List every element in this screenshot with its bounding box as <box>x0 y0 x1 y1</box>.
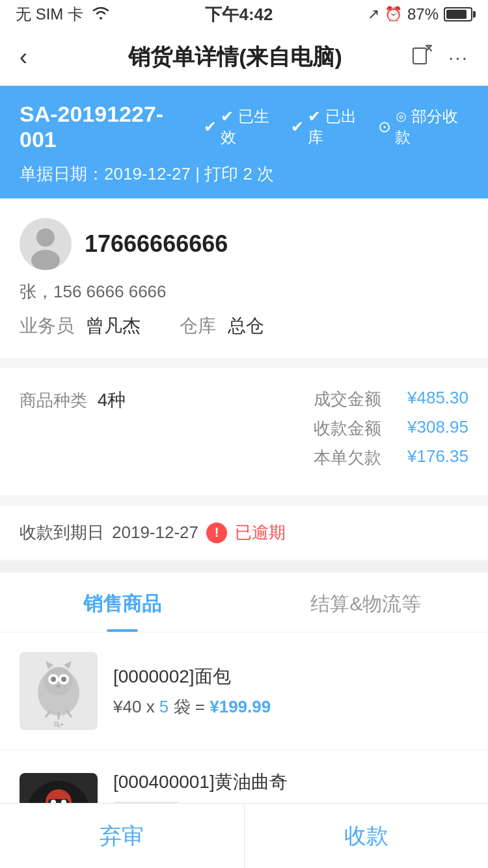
due-date-value: 2019-12-27 <box>112 522 198 543</box>
bottom-action-bar: 弃审 收款 <box>0 803 488 868</box>
customer-id: 17666666666 <box>85 230 228 258</box>
order-badges: ✔ ✔ 已生效 ✔ ✔ 已出库 ⊙ ⊙ 部分收款 <box>204 106 468 148</box>
nav-bar: ‹ 销货单详情(来自电脑) ··· <box>0 29 488 86</box>
section-divider <box>0 562 488 573</box>
more-icon[interactable]: ··· <box>448 46 468 68</box>
product-name-1: [0000002]面包 <box>113 664 468 689</box>
product-types-value: 4种 <box>98 390 126 410</box>
tab-settlement[interactable]: 结算&物流等 <box>244 573 488 632</box>
clock-icon: ⊙ <box>378 118 391 136</box>
arrears-label: 本单欠款 <box>314 446 381 469</box>
badge-shipped: ✔ ✔ 已出库 <box>291 106 368 148</box>
svg-rect-0 <box>413 48 426 64</box>
status-bar: 无 SIM 卡 下午4:42 ↗ ⏰ 87% <box>0 0 488 29</box>
nav-actions: ··· <box>412 44 468 70</box>
carrier-text: 无 SIM 卡 <box>16 4 83 25</box>
warehouse-label: 仓库 <box>180 316 216 336</box>
tab-bar: 销售商品 结算&物流等 <box>0 573 488 632</box>
check-icon-2: ✔ <box>291 118 304 136</box>
back-button[interactable]: ‹ <box>20 44 59 71</box>
product-total-1: ¥199.99 <box>210 697 271 716</box>
transaction-row: 成交金额 ¥485.30 <box>314 388 468 411</box>
receipt-row: 收款金额 ¥308.95 <box>314 417 468 440</box>
staff-value: 曾凡杰 <box>86 316 141 336</box>
location-icon: ↗ <box>368 6 379 23</box>
status-time: 下午4:42 <box>205 3 273 26</box>
overdue-badge-icon: ! <box>206 522 227 543</box>
svg-point-3 <box>31 250 60 270</box>
battery-icon <box>444 7 472 21</box>
order-header-banner: SA-20191227-001 ✔ ✔ 已生效 ✔ ✔ 已出库 ⊙ ⊙ 部分收款… <box>0 86 488 198</box>
status-right: ↗ ⏰ 87% <box>368 5 472 23</box>
product-thumbnail-1: 鸟+ <box>20 652 98 730</box>
due-date-label: 收款到期日 <box>20 521 104 544</box>
svg-point-2 <box>36 228 55 247</box>
transaction-label: 成交金额 <box>314 388 381 411</box>
amount-section: 商品种类 4种 成交金额 ¥485.30 收款金额 ¥308.95 本单欠款 ¥… <box>0 368 488 495</box>
avatar <box>20 218 72 270</box>
product-types-label: 商品种类 <box>20 390 87 410</box>
wifi-icon <box>91 5 111 23</box>
product-info-1: [0000002]面包 ¥40 x 5 袋 = ¥199.99 <box>113 664 468 718</box>
page-title: 销货单详情(来自电脑) <box>128 42 342 72</box>
check-icon-1: ✔ <box>204 118 217 136</box>
tab-products[interactable]: 销售商品 <box>0 573 244 632</box>
receipt-value: ¥308.95 <box>407 417 468 440</box>
svg-point-9 <box>51 677 56 682</box>
collect-payment-button[interactable]: 收款 <box>245 804 489 868</box>
staff-info: 业务员 曾凡杰 仓库 总仓 <box>20 314 468 338</box>
customer-section: 17666666666 张，156 6666 6666 业务员 曾凡杰 仓库 总… <box>0 198 488 358</box>
due-date-section: 收款到期日 2019-12-27 ! 已逾期 <box>0 506 488 560</box>
staff-label: 业务员 <box>20 316 74 336</box>
arrears-value: ¥176.35 <box>407 446 468 469</box>
alarm-icon: ⏰ <box>385 6 402 23</box>
product-qty-1: 5 <box>159 697 169 716</box>
arrears-row: 本单欠款 ¥176.35 <box>314 446 468 469</box>
cancel-audit-button[interactable]: 弃审 <box>0 804 245 868</box>
badge-partial-payment: ⊙ ⊙ 部分收款 <box>378 106 468 148</box>
amounts-right: 成交金额 ¥485.30 收款金额 ¥308.95 本单欠款 ¥176.35 <box>314 388 468 476</box>
svg-text:鸟+: 鸟+ <box>53 721 64 728</box>
order-date-print: 单据日期：2019-12-27 | 打印 2 次 <box>20 163 468 185</box>
list-item: 鸟+ [0000002]面包 ¥40 x 5 袋 = ¥199.99 <box>0 632 488 750</box>
overdue-text: 已逾期 <box>235 521 286 544</box>
transaction-value: ¥485.30 <box>407 388 468 411</box>
receipt-label: 收款金额 <box>314 417 381 440</box>
product-name-2: [000400001]黄油曲奇 <box>113 770 468 794</box>
svg-point-10 <box>61 677 66 682</box>
share-icon[interactable] <box>412 44 433 70</box>
battery-percent: 87% <box>407 5 439 23</box>
order-id: SA-20191227-001 <box>20 102 191 152</box>
badge-effective: ✔ ✔ 已生效 <box>204 106 280 148</box>
product-price-1: ¥40 x 5 袋 = ¥199.99 <box>113 696 468 718</box>
warehouse-value: 总仓 <box>228 316 264 336</box>
product-types-info: 商品种类 4种 <box>20 388 126 476</box>
customer-detail: 张，156 6666 6666 <box>20 280 468 303</box>
status-left: 无 SIM 卡 <box>16 4 111 25</box>
